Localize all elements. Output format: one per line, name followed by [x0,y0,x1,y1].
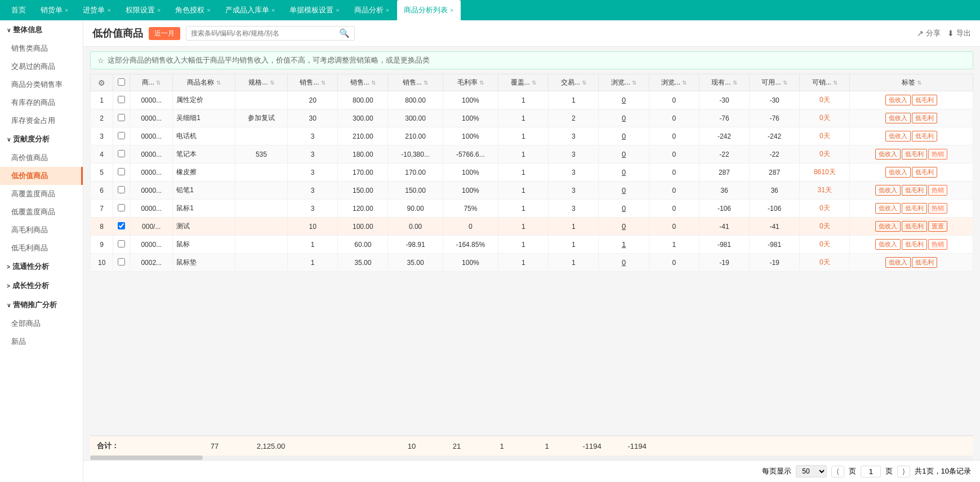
close-icon[interactable]: × [336,7,339,14]
nav-role-auth[interactable]: 角色授权 × [168,0,217,20]
search-input[interactable] [191,29,337,37]
sidebar-group-contribution[interactable]: ∨ 贡献度分析 [0,130,83,149]
sidebar-group-overall[interactable]: ∨ 整体信息 [0,20,83,39]
col-tags[interactable]: 标签 ⇅ [850,74,973,91]
nav-product-in[interactable]: 产成品入库单 × [219,0,282,20]
cell-checkbox[interactable] [113,254,130,272]
cell-checkbox[interactable] [113,109,130,127]
col-transaction[interactable]: 交易... ⇅ [549,74,599,91]
cell-browse1[interactable]: 0 [599,254,649,272]
close-icon[interactable]: × [450,7,453,14]
nav-template[interactable]: 单据模板设置 × [283,0,346,20]
cell-browse1[interactable]: 0 [599,200,649,218]
browse1-link[interactable]: 0 [622,96,626,104]
nav-sales-order[interactable]: 销货单 × [34,0,75,20]
next-page-button[interactable]: ⟩ [897,466,910,477]
close-icon[interactable]: × [65,7,68,14]
col-current[interactable]: 现有... ⇅ [699,74,749,91]
col-browse1[interactable]: 浏览... ⇅ [599,74,649,91]
sidebar-item-high-value[interactable]: 高价值商品 [0,149,83,167]
row-checkbox[interactable] [118,186,125,193]
close-icon[interactable]: × [157,7,161,14]
per-page-select[interactable]: 50 100 200 [796,465,827,477]
sidebar-item-in-stock[interactable]: 有库存的商品 [0,94,83,112]
sidebar-item-traded-products[interactable]: 交易过的商品 [0,58,83,76]
sidebar-item-low-value[interactable]: 低价值商品 [0,167,83,185]
first-page-button[interactable]: ⟨ [831,466,844,477]
col-available[interactable]: 可用... ⇅ [750,74,800,91]
col-code[interactable]: 商... ⇅ [130,74,173,91]
sidebar-item-new-products[interactable]: 新品 [0,333,83,351]
col-settings[interactable]: ⚙ [91,74,113,91]
sidebar-item-high-margin[interactable]: 高毛利商品 [0,221,83,239]
sidebar-item-low-margin[interactable]: 低毛利商品 [0,239,83,257]
col-sales-qty[interactable]: 销售... ⇅ [288,74,338,91]
nav-product-analysis[interactable]: 商品分析 × [348,0,396,20]
browse1-link[interactable]: 0 [622,258,626,267]
row-checkbox[interactable] [118,168,125,175]
cell-browse1[interactable]: 0 [599,127,649,145]
browse1-link[interactable]: 0 [622,186,626,194]
row-checkbox[interactable] [118,240,125,247]
nav-home[interactable]: 首页 [5,0,33,20]
close-icon[interactable]: × [271,7,275,14]
browse1-link[interactable]: 0 [622,114,626,122]
search-box[interactable]: 🔍 [186,26,355,41]
cell-browse1[interactable]: 0 [599,145,649,163]
row-checkbox[interactable] [118,96,125,103]
nav-purchase[interactable]: 进货单 × [76,0,117,20]
cell-checkbox[interactable] [113,163,130,182]
filter-button[interactable]: 近一月 [149,27,180,40]
cell-browse1[interactable]: 0 [599,91,649,109]
col-spec[interactable]: 规格... ⇅ [235,74,287,91]
cell-checkbox[interactable] [113,236,130,254]
browse1-link[interactable]: 0 [622,168,626,176]
search-icon[interactable]: 🔍 [339,28,350,38]
settings-icon[interactable]: ⚙ [98,78,105,87]
cell-checkbox[interactable] [113,200,130,218]
sidebar-group-growth[interactable]: > 成长性分析 [0,276,83,295]
col-sellable[interactable]: 可销... ⇅ [800,74,850,91]
row-checkbox[interactable] [118,150,125,157]
col-checkbox[interactable] [113,74,130,91]
col-sales-amount[interactable]: 销售... ⇅ [338,74,388,91]
browse1-link[interactable]: 0 [622,222,626,231]
nav-permission[interactable]: 权限设置 × [119,0,167,20]
cell-browse1[interactable]: 0 [599,218,649,236]
export-button[interactable]: ⬇ 导出 [947,28,971,38]
close-icon[interactable]: × [207,7,210,14]
col-coverage[interactable]: 覆盖... ⇅ [498,74,549,91]
sidebar-item-all-products[interactable]: 全部商品 [0,315,83,333]
sidebar-group-liquidity[interactable]: > 流通性分析 [0,257,83,276]
row-checkbox[interactable] [118,114,125,121]
cell-checkbox[interactable] [113,218,130,236]
cell-checkbox[interactable] [113,91,130,109]
horizontal-scrollbar[interactable] [90,456,973,460]
cell-checkbox[interactable] [113,127,130,145]
row-checkbox[interactable] [118,258,125,266]
browse1-link[interactable]: 0 [622,150,626,158]
sidebar-item-stock-fund[interactable]: 库存资金占用 [0,112,83,130]
sidebar-item-low-coverage[interactable]: 低覆盖度商品 [0,203,83,221]
cell-checkbox[interactable] [113,182,130,200]
col-sales-other[interactable]: 销售... ⇅ [388,74,443,91]
sidebar-item-high-coverage[interactable]: 高覆盖度商品 [0,185,83,203]
cell-checkbox[interactable] [113,145,130,163]
page-input[interactable] [861,466,881,477]
cell-browse1[interactable]: 0 [599,182,649,200]
close-icon[interactable]: × [386,7,389,14]
nav-product-analysis-list[interactable]: 商品分析列表 × [397,0,460,20]
select-all-checkbox[interactable] [118,78,125,86]
row-checkbox[interactable] [118,204,125,211]
browse1-link[interactable]: 1 [622,240,626,249]
sidebar-item-category-rate[interactable]: 商品分类销售率 [0,76,83,94]
browse1-link[interactable]: 0 [622,204,626,213]
cell-browse1[interactable]: 0 [599,163,649,182]
share-button[interactable]: ↗ 分享 [917,28,941,38]
col-name[interactable]: 商品名称 ⇅ [173,74,235,91]
sidebar-group-marketing[interactable]: ∨ 营销推广分析 [0,295,83,315]
browse1-link[interactable]: 0 [622,132,626,140]
close-icon[interactable]: × [107,7,110,14]
cell-browse1[interactable]: 1 [599,236,649,254]
scrollbar-thumb[interactable] [90,456,203,460]
